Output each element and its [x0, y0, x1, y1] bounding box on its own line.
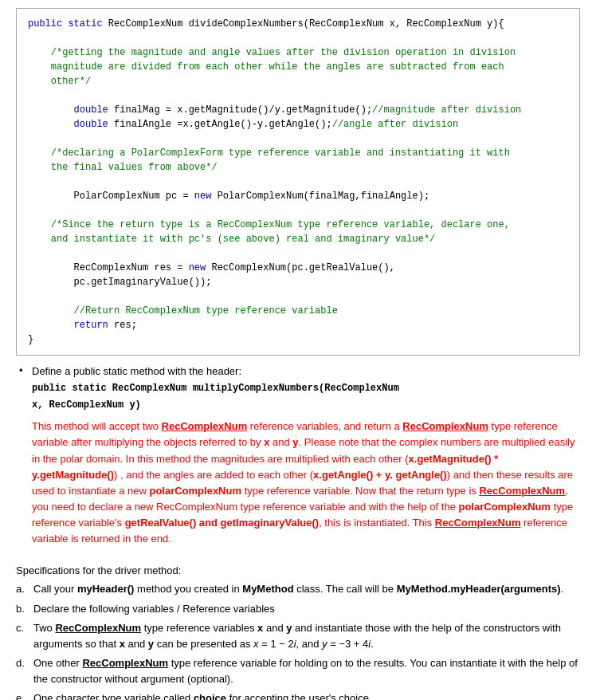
method-description: This method will accept two RecComplexNu…: [32, 419, 580, 547]
spec-item-d: d. One other RecComplexNum type referenc…: [16, 655, 580, 687]
spec-text-b: Declare the following variables / Refere…: [33, 601, 275, 617]
spec-item-c: c. Two RecComplexNum type reference vari…: [16, 620, 580, 652]
define-method-bullet: • Define a public static method with the…: [16, 364, 580, 553]
define-intro: Define a public static method with the h…: [32, 364, 580, 412]
bullet-symbol: •: [19, 364, 32, 376]
define-text: Define a public static method with the h…: [32, 365, 241, 377]
code-container: public static RecComplexNum divideComple…: [16, 8, 580, 356]
specs-title: Specifications for the driver method:: [16, 564, 580, 576]
specs-section: Specifications for the driver method: a.…: [16, 564, 580, 700]
bullet-body: Define a public static method with the h…: [32, 364, 580, 553]
spec-letter-b: b.: [16, 601, 33, 617]
spec-text-e: One character type variable called choic…: [33, 690, 369, 700]
spec-item-b: b. Declare the following variables / Ref…: [16, 601, 580, 617]
spec-letter-c: c.: [16, 620, 33, 636]
spec-letter-a: a.: [16, 581, 33, 597]
spec-text-d: One other RecComplexNum type reference v…: [33, 655, 580, 687]
spec-letter-e: e.: [16, 690, 33, 700]
spec-text-a: Call your myHeader() method you created …: [33, 581, 563, 597]
method-header-code: public static RecComplexNum multiplyComp…: [32, 383, 399, 411]
specs-list: a. Call your myHeader() method you creat…: [16, 581, 580, 700]
code-block: public static RecComplexNum divideComple…: [16, 8, 580, 356]
spec-item-e: e. One character type variable called ch…: [16, 690, 580, 700]
spec-item-a: a. Call your myHeader() method you creat…: [16, 581, 580, 597]
spec-letter-d: d.: [16, 655, 33, 671]
spec-text-c: Two RecComplexNum type reference variabl…: [33, 620, 580, 652]
